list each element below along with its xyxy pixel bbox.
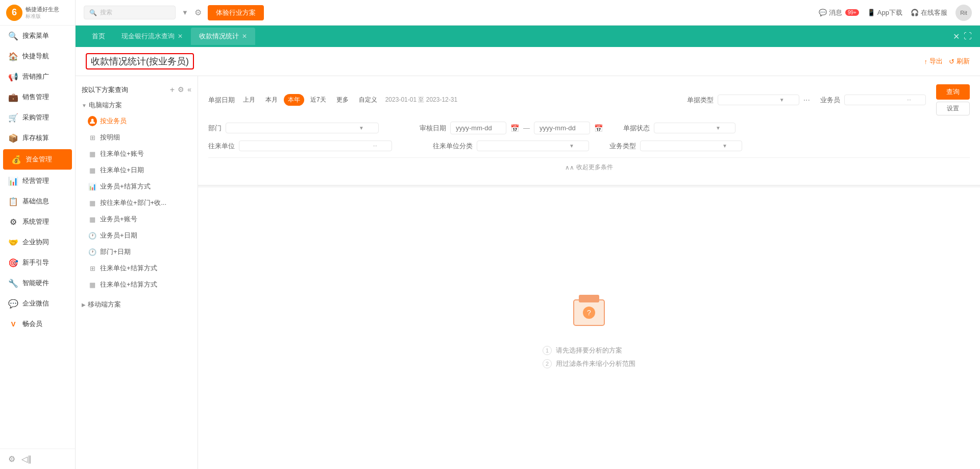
menu-item-by-salesperson[interactable]: 按业务员 bbox=[76, 113, 198, 129]
section-arrow-mobile: ▶ bbox=[82, 302, 86, 308]
menu-item-salesperson-date[interactable]: 🕐 业务员+日期 bbox=[76, 227, 198, 244]
partner-label: 往来单位 bbox=[208, 142, 235, 151]
panel-settings-icon[interactable]: ⚙ bbox=[178, 85, 184, 95]
section-mobile[interactable]: ▶ 移动端方案 bbox=[76, 297, 198, 312]
sidebar-item-quick-nav[interactable]: 🏠 快捷导航 bbox=[0, 46, 75, 66]
partner-category-select[interactable]: ▼ bbox=[477, 140, 589, 151]
menu-item-label: 按明细 bbox=[100, 133, 120, 142]
collapse-label: ∧∧ 收起更多条件 bbox=[565, 163, 613, 172]
empty-tips-list: 1 请先选择要分析的方案 2 用过滤条件来缩小分析范围 bbox=[543, 346, 635, 372]
menu-item-by-detail[interactable]: ⊞ 按明细 bbox=[76, 129, 198, 146]
user-avatar[interactable]: Rit bbox=[955, 5, 972, 21]
bill-status-select[interactable]: ▼ bbox=[654, 123, 736, 133]
date-tab-this-month[interactable]: 本月 bbox=[261, 94, 282, 106]
menu-item-partner-payment2[interactable]: ▦ 往来单位+结算方式 bbox=[76, 276, 198, 293]
date-tab-this-year[interactable]: 本年 bbox=[284, 94, 304, 106]
bill-type-select[interactable]: ▼ bbox=[718, 95, 799, 105]
menu-item-salesperson-account[interactable]: ▦ 业务员+账号 bbox=[76, 211, 198, 227]
date-tab-last-month[interactable]: 上月 bbox=[239, 94, 259, 106]
business-type-select[interactable]: ▼ bbox=[640, 140, 742, 151]
review-date-label: 审核日期 bbox=[420, 124, 446, 133]
menu-item-partner-date[interactable]: ▦ 往来单位+日期 bbox=[76, 162, 198, 178]
window-maximize-icon[interactable]: ⛶ bbox=[964, 32, 972, 41]
date-tab-7days[interactable]: 近7天 bbox=[306, 94, 330, 106]
sidebar-item-search[interactable]: 🔍 搜索菜单 bbox=[0, 26, 75, 46]
sidebar-item-sales[interactable]: 💼 销售管理 bbox=[0, 87, 75, 107]
tab-collection[interactable]: 收款情况统计 ✕ bbox=[191, 28, 255, 45]
tab-bank-flow[interactable]: 现金银行流水查询 ✕ bbox=[113, 28, 191, 45]
tip-text-1: 请先选择要分析的方案 bbox=[556, 346, 622, 355]
refresh-button[interactable]: ↺ 刷新 bbox=[949, 57, 970, 66]
collapse-bar[interactable]: ∧∧ 收起更多条件 bbox=[208, 157, 970, 177]
sidebar-item-label: 营销推广 bbox=[22, 72, 49, 81]
tab-collection-label: 收款情况统计 bbox=[199, 32, 239, 41]
sidebar-item-label: 企业微信 bbox=[22, 299, 49, 308]
promo-button[interactable]: 体验行业方案 bbox=[208, 5, 264, 20]
menu-item-dept-date[interactable]: 🕐 部门+日期 bbox=[76, 244, 198, 260]
section-pc[interactable]: ▼ 电脑端方案 bbox=[76, 98, 198, 113]
tab-bank-flow-close[interactable]: ✕ bbox=[178, 33, 183, 40]
window-close-icon[interactable]: ✕ bbox=[953, 32, 960, 41]
export-button[interactable]: ↑ 导出 bbox=[924, 57, 943, 66]
export-icon: ↑ bbox=[924, 58, 928, 65]
section-arrow-pc: ▼ bbox=[82, 103, 87, 108]
sidebar-item-member[interactable]: V 畅会员 bbox=[0, 314, 75, 334]
query-button[interactable]: 查询 bbox=[936, 84, 970, 100]
date-tab-more[interactable]: 更多 bbox=[332, 94, 353, 106]
chevron-down-icon3: ▼ bbox=[359, 125, 364, 131]
topbar-dropdown-icon[interactable]: ▼ bbox=[182, 9, 188, 16]
sidebar-item-finance[interactable]: 💰 资金管理 bbox=[3, 149, 72, 170]
sidebar-item-hardware[interactable]: 🔧 智能硬件 bbox=[0, 273, 75, 293]
dept-select[interactable]: ▼ bbox=[226, 123, 379, 133]
app-download-label: App下载 bbox=[877, 8, 902, 17]
chevron-down-icon4: ▼ bbox=[716, 125, 721, 131]
salesperson-select[interactable]: ··· bbox=[844, 95, 926, 105]
sidebar-item-purchase[interactable]: 🛒 采购管理 bbox=[0, 107, 75, 128]
message-button[interactable]: 💬 消息 99+ bbox=[819, 8, 859, 17]
sidebar-item-guide[interactable]: 🎯 新手引导 bbox=[0, 252, 75, 273]
review-date-to[interactable] bbox=[534, 122, 590, 134]
more-dots-icon2[interactable]: ··· bbox=[373, 143, 377, 149]
logo-area: 6 畅捷通好生意 标准版 bbox=[0, 0, 75, 26]
settings-button[interactable]: 设置 bbox=[936, 102, 970, 115]
tab-home[interactable]: 首页 bbox=[84, 28, 113, 45]
sidebar-item-inventory[interactable]: 📦 库存核算 bbox=[0, 128, 75, 148]
table-icon2: ▦ bbox=[88, 166, 97, 175]
box-icon: 📦 bbox=[8, 133, 18, 143]
calendar-icon2[interactable]: 📅 bbox=[594, 124, 603, 132]
menu-item-label: 业务员+账号 bbox=[100, 215, 137, 224]
menu-item-salesperson-payment[interactable]: 📊 业务员+结算方式 bbox=[76, 178, 198, 195]
sidebar-item-system[interactable]: ⚙ 系统管理 bbox=[0, 212, 75, 232]
home-icon: 🏠 bbox=[8, 51, 18, 61]
tab-bar: 首页 现金银行流水查询 ✕ 收款情况统计 ✕ ✕ ⛶ bbox=[76, 26, 980, 47]
sidebar-item-enterprise[interactable]: 🤝 企业协同 bbox=[0, 232, 75, 252]
online-service-button[interactable]: 🎧 在线客服 bbox=[911, 8, 947, 17]
sidebar-item-basic-info[interactable]: 📋 基础信息 bbox=[0, 191, 75, 212]
menu-item-partner-account[interactable]: ▦ 往来单位+账号 bbox=[76, 146, 198, 162]
panel-add-icon[interactable]: + bbox=[170, 85, 175, 95]
topbar-settings-icon[interactable]: ⚙ bbox=[194, 8, 202, 17]
salesperson-label: 业务员 bbox=[820, 96, 840, 105]
app-download-button[interactable]: 📱 App下载 bbox=[867, 8, 902, 17]
member-icon: V bbox=[8, 319, 18, 329]
calendar-icon[interactable]: 📅 bbox=[510, 124, 519, 132]
more-dots-icon[interactable]: ··· bbox=[803, 96, 810, 105]
sidebar-item-marketing[interactable]: 📢 营销推广 bbox=[0, 66, 75, 87]
date-tab-custom[interactable]: 自定义 bbox=[355, 94, 381, 106]
panel-header-label: 按以下方案查询 bbox=[82, 85, 170, 95]
sidebar-menu: 🔍 搜索菜单 🏠 快捷导航 📢 营销推广 💼 销售管理 🛒 采购管理 📦 库存核… bbox=[0, 26, 75, 449]
sidebar-item-wechat[interactable]: 💬 企业微信 bbox=[0, 293, 75, 314]
search-box[interactable]: 🔍 搜索 bbox=[84, 6, 176, 19]
collapse-footer-icon[interactable]: ◁∥ bbox=[21, 454, 32, 464]
tab-collection-close[interactable]: ✕ bbox=[242, 33, 247, 40]
menu-item-label: 往来单位+账号 bbox=[100, 149, 144, 158]
review-date-from[interactable] bbox=[450, 122, 506, 134]
menu-item-partner-payment1[interactable]: ⊞ 往来单位+结算方式 bbox=[76, 260, 198, 276]
tip-num-2: 2 bbox=[543, 359, 552, 368]
filter-bill-status: 单据状态 ▼ bbox=[623, 123, 736, 133]
settings-footer-icon[interactable]: ⚙ bbox=[8, 454, 15, 464]
sidebar-item-operations[interactable]: 📊 经营管理 bbox=[0, 171, 75, 191]
partner-select[interactable]: ··· bbox=[239, 140, 392, 151]
panel-collapse-icon[interactable]: « bbox=[187, 85, 191, 95]
menu-item-partner-dept[interactable]: ▦ 按往来单位+部门+收... bbox=[76, 195, 198, 211]
